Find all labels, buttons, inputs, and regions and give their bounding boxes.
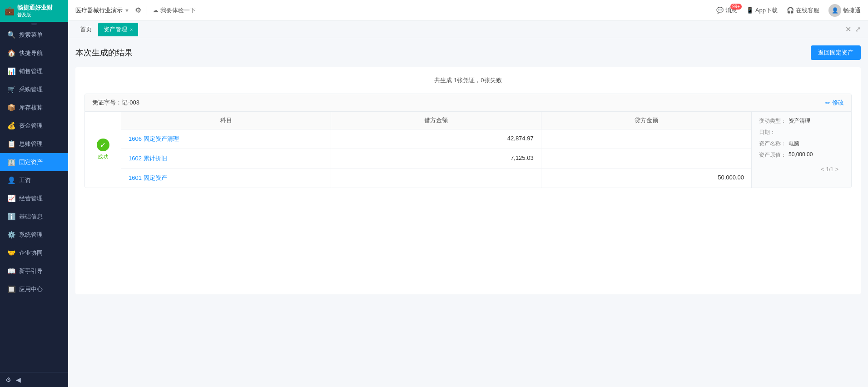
- table-body: 1606 固定资产清理 42,874.97 1602 累计折旧 7,125.03…: [121, 129, 751, 188]
- credit-cell-1: [541, 149, 751, 168]
- sidebar-item-payroll[interactable]: 👤 工资: [0, 171, 68, 189]
- avatar: 👤: [828, 4, 841, 17]
- tabbar: 首页 资产管理 × ✕ ⤢: [68, 21, 868, 38]
- messages-badge: 99+: [730, 4, 742, 10]
- status-column: ✓ 成功: [85, 112, 121, 188]
- tab-close-icon[interactable]: ×: [130, 27, 133, 32]
- table-header: 科目 借方金额 贷方金额: [121, 112, 751, 129]
- app-download-button[interactable]: 📱 App下载: [746, 6, 778, 15]
- page-indicator: 1/1: [826, 166, 833, 173]
- sidebar-item-quick-nav[interactable]: 🏠 快捷导航: [0, 44, 68, 62]
- tab-home[interactable]: 首页: [75, 23, 96, 36]
- guide-icon: 📖: [7, 267, 15, 275]
- sidebar-item-ops[interactable]: 📈 经营管理: [0, 189, 68, 208]
- apps-label: 应用中心: [19, 285, 43, 293]
- main-area: 医疗器械行业演示 ▼ ⚙ ☁ 我要体验一下 💬 消息 99+ 📱 App下载 🎧…: [68, 0, 868, 387]
- sidebar-item-sales[interactable]: 📊 销售管理: [0, 62, 68, 80]
- quick-nav-label: 快捷导航: [19, 49, 43, 57]
- ops-icon: 📈: [7, 194, 15, 203]
- subject-cell-1[interactable]: 1602 累计折旧: [121, 149, 331, 168]
- asset-name-label: 资产名称：: [759, 140, 789, 148]
- chevron-down-icon: ▼: [124, 8, 129, 13]
- sidebar-item-guide[interactable]: 📖 新手引导: [0, 262, 68, 280]
- col-credit: 贷方金额: [541, 112, 751, 129]
- sidebar-item-purchase[interactable]: 🛒 采购管理: [0, 80, 68, 99]
- voucher-header: 凭证字号：记-003 ✏ 修改: [85, 94, 851, 112]
- panel-expand-icon[interactable]: ⤢: [855, 25, 861, 34]
- next-page-icon[interactable]: >: [835, 166, 838, 173]
- app-download-label: App下载: [755, 6, 778, 15]
- message-icon: 💬: [716, 7, 724, 14]
- subject-cell-0[interactable]: 1606 固定资产清理: [121, 129, 331, 149]
- online-service-button[interactable]: 🎧 在线客服: [787, 6, 819, 15]
- col-subject: 科目: [121, 112, 331, 129]
- experience-button[interactable]: ☁ 我要体验一下: [153, 6, 196, 15]
- asset-name-value: 电脑: [789, 140, 799, 148]
- settings-icon[interactable]: ⚙: [135, 6, 141, 15]
- credit-cell-0: [541, 129, 751, 149]
- sidebar: 💼 畅捷通好业财 普及版 🔍 搜索菜单 🏠 快捷导航 📊 销售管理 🛒 采购管理…: [0, 0, 68, 387]
- asset-original-value: 50,000.00: [789, 151, 813, 158]
- inventory-icon: 📦: [7, 104, 15, 112]
- change-type-row: 变动类型： 资产清理: [759, 117, 844, 125]
- divider: [147, 6, 147, 15]
- date-label: 日期：: [759, 129, 789, 136]
- result-summary: 共生成 1张凭证，0张失败: [84, 76, 852, 84]
- sidebar-item-search[interactable]: 🔍 搜索菜单: [0, 26, 68, 44]
- col-debit: 借方金额: [331, 112, 541, 129]
- sidebar-item-ledger[interactable]: 📋 总账管理: [0, 135, 68, 153]
- date-row: 日期：: [759, 129, 844, 136]
- result-card: 共生成 1张凭证，0张失败 凭证字号：记-003 ✏ 修改 ✓ 成功: [75, 67, 861, 294]
- sidebar-item-collab[interactable]: 🤝 企业协同: [0, 244, 68, 262]
- success-icon: ✓: [97, 139, 109, 151]
- user-profile-button[interactable]: 👤 畅捷通: [828, 4, 861, 17]
- experience-label: 我要体验一下: [160, 6, 196, 15]
- credit-cell-2: 50,000.00: [541, 169, 751, 188]
- fixed-assets-icon: 🏢: [7, 158, 15, 166]
- company-name: 医疗器械行业演示: [75, 6, 123, 15]
- table-row: 1606 固定资产清理 42,874.97: [121, 129, 751, 149]
- asset-name-row: 资产名称： 电脑: [759, 140, 844, 148]
- prev-page-icon[interactable]: <: [821, 166, 824, 173]
- payroll-icon: 👤: [7, 176, 15, 184]
- settings-icon[interactable]: ⚙: [5, 376, 11, 383]
- edit-label: 修改: [832, 99, 844, 107]
- sidebar-item-inventory[interactable]: 📦 库存核算: [0, 99, 68, 117]
- sales-label: 销售管理: [19, 67, 43, 75]
- avatar-icon: 👤: [832, 7, 838, 14]
- sidebar-item-system[interactable]: ⚙️ 系统管理: [0, 226, 68, 244]
- purchase-icon: 🛒: [7, 85, 15, 94]
- tab-asset-management[interactable]: 资产管理 ×: [98, 23, 138, 36]
- system-icon: ⚙️: [7, 231, 15, 239]
- payroll-label: 工资: [19, 176, 31, 184]
- sidebar-item-fixed-assets[interactable]: 🏢 固定资产: [0, 153, 68, 171]
- inventory-label: 库存核算: [19, 104, 43, 112]
- user-label: 畅捷通: [843, 6, 861, 15]
- quick-nav-icon: 🏠: [7, 49, 15, 57]
- logo-icon: 💼: [5, 6, 15, 16]
- sidebar-item-apps[interactable]: 🔲 应用中心: [0, 280, 68, 298]
- status-text: 成功: [98, 153, 109, 161]
- return-button[interactable]: 返回固定资产: [811, 45, 861, 60]
- asset-original-row: 资产原值： 50,000.00: [759, 151, 844, 159]
- logo-text: 畅捷通好业财: [17, 4, 53, 12]
- messages-button[interactable]: 💬 消息 99+: [716, 6, 737, 15]
- sidebar-logo: 💼 畅捷通好业财 普及版: [0, 0, 68, 22]
- collapse-icon[interactable]: ◀: [16, 376, 21, 383]
- debit-cell-0: 42,874.97: [331, 129, 541, 149]
- company-selector[interactable]: 医疗器械行业演示 ▼: [75, 6, 129, 15]
- experience-icon: ☁: [153, 7, 159, 14]
- page-header: 本次生成的结果 返回固定资产: [75, 45, 861, 60]
- sales-icon: 📊: [7, 67, 15, 75]
- panel-close-icon[interactable]: ✕: [845, 25, 851, 34]
- table-row: 1601 固定资产 50,000.00: [121, 169, 751, 188]
- funds-label: 资金管理: [19, 122, 43, 130]
- topbar-right: 💬 消息 99+ 📱 App下载 🎧 在线客服 👤 畅捷通: [716, 4, 861, 17]
- edit-button[interactable]: ✏ 修改: [825, 99, 844, 107]
- basic-label: 基础信息: [19, 213, 43, 221]
- headset-icon: 🎧: [787, 7, 794, 14]
- subject-cell-2[interactable]: 1601 固定资产: [121, 169, 331, 188]
- pagination[interactable]: < 1/1 >: [759, 163, 844, 176]
- sidebar-item-funds[interactable]: 💰 资金管理: [0, 117, 68, 135]
- sidebar-item-basic[interactable]: ℹ️ 基础信息: [0, 208, 68, 226]
